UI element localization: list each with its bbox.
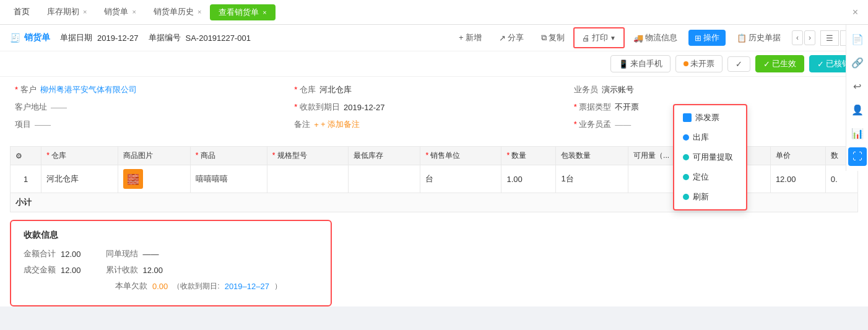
cumulative-value: 12.00	[143, 266, 163, 275]
next-arrow[interactable]: ›	[804, 30, 815, 45]
add-note-button[interactable]: + + 添加备注	[314, 119, 360, 130]
tab-sales-history-close[interactable]: ×	[197, 8, 201, 15]
col-unit-price: 单价	[770, 147, 825, 165]
doc-actions: + 新增 ↗ 分享 ⧉ 复制 🖨 打印 ▼ 🚚	[453, 30, 858, 46]
warehouse-value: 河北仓库	[319, 84, 352, 95]
project-label: 项目	[15, 119, 31, 130]
list-view-btn[interactable]: ☰	[820, 30, 839, 46]
tab-view-sales-close[interactable]: ×	[263, 9, 266, 16]
add-note-label: + 添加备注	[321, 119, 360, 130]
operate-button[interactable]: ⊞ 操作	[688, 30, 726, 46]
not-open-label: 未开票	[690, 58, 714, 69]
invoice-type-label: 票据类型	[574, 102, 612, 113]
tab-home[interactable]: 首页	[5, 0, 38, 25]
invoice-type-value: 不开票	[615, 102, 639, 113]
tab-stock-init-close[interactable]: ×	[83, 8, 87, 15]
logistics-label: 物流信息	[645, 32, 677, 43]
sidebar-expand-icon[interactable]: ⛶	[848, 147, 867, 166]
customer-value[interactable]: 柳州粤港平安气体有限公司	[40, 84, 137, 95]
phone-icon: 📱	[618, 59, 628, 69]
total-value: 12.00	[61, 250, 81, 259]
doc-number-label: 单据编号	[149, 32, 181, 43]
cancel-icon: ✓	[817, 59, 824, 69]
total-item: 金额合计 12.00	[24, 248, 81, 259]
customer-field: 客户 柳州粤港平安气体有限公司	[15, 84, 294, 95]
tab-home-label: 首页	[14, 6, 30, 17]
col-product-img: 商品图片	[118, 147, 191, 165]
from-phone-button[interactable]: 📱 来自手机	[610, 55, 671, 72]
remark-label: 备注	[294, 119, 310, 130]
share-button[interactable]: ↗ 分享	[493, 30, 530, 46]
payment-row-1: 金额合计 12.00 同单现结 ——	[24, 248, 318, 259]
row-min-stock	[348, 165, 420, 193]
due-date-hint: （收款到期日:	[173, 281, 219, 292]
row-package-qty: 1台	[556, 165, 628, 193]
sidebar-chart-icon[interactable]: 📊	[848, 124, 867, 142]
confirm-icon: ✓	[736, 59, 742, 69]
cumulative-item: 累计收款 12.00	[106, 264, 163, 276]
dropdown-item-locate[interactable]: 定位	[674, 167, 746, 187]
confirm-button[interactable]: ✓	[727, 56, 750, 72]
add-invoice-label: 添发票	[695, 112, 719, 123]
not-open-dot	[684, 61, 688, 66]
dropdown-item-available-extract[interactable]: 可用量提取	[674, 147, 746, 167]
tab-view-sales-label: 查看销货单	[219, 7, 259, 18]
print-label: 打印	[592, 32, 608, 43]
row-warehouse: 河北仓库	[41, 165, 118, 193]
not-open-button[interactable]: 未开票	[675, 55, 723, 72]
transaction-label: 成交金额	[24, 264, 56, 276]
tab-sales-order-label: 销货单	[104, 6, 128, 17]
subtotal-label: 小计	[15, 198, 32, 207]
form-row-1: 客户 柳州粤港平安气体有限公司 仓库 河北仓库 业务员 演示账号	[15, 84, 853, 95]
project-field: 项目 ——	[15, 119, 294, 130]
same-order-value: ——	[143, 250, 159, 259]
window-close[interactable]: ×	[848, 7, 863, 17]
locate-label: 定位	[693, 172, 709, 183]
tab-sales-order[interactable]: 销货单 ×	[95, 0, 144, 25]
row-spec	[267, 165, 348, 193]
project-value: ——	[35, 120, 51, 129]
tab-view-sales[interactable]: 查看销货单 ×	[210, 4, 275, 20]
copy-button[interactable]: ⧉ 复制	[535, 30, 571, 46]
remark-field: 备注 + + 添加备注	[294, 119, 573, 130]
refresh-icon	[683, 194, 689, 200]
doc-icon: 🧾	[10, 33, 20, 43]
staff2-value: ——	[615, 120, 631, 129]
prev-arrow[interactable]: ‹	[792, 30, 803, 45]
tab-stock-init[interactable]: 库存期初 ×	[38, 0, 95, 25]
tab-sales-history-label: 销货单历史	[154, 6, 194, 17]
copy-label: 复制	[549, 32, 565, 43]
col-spec: 规格型号	[267, 147, 348, 165]
same-order-label: 同单现结	[106, 248, 138, 259]
effective-button[interactable]: ✓ 已生效	[755, 55, 804, 72]
dropdown-item-add-invoice[interactable]: 添发票	[674, 108, 746, 128]
payment-date-label: 收款到期日	[294, 102, 340, 113]
due-date-value: 2019–12–27	[225, 282, 269, 291]
tab-sales-order-close[interactable]: ×	[132, 8, 136, 15]
share-label: 分享	[508, 32, 524, 43]
print-button[interactable]: 🖨 打印 ▼	[576, 30, 622, 46]
current-due-item: 本单欠款 0.00 （收款到期日: 2019–12–27 ）	[115, 280, 282, 292]
dropdown-item-refresh[interactable]: 刷新	[674, 187, 746, 207]
available-extract-label: 可用量提取	[693, 152, 733, 163]
transaction-item: 成交金额 12.00	[24, 264, 81, 276]
doc-title: 🧾 销货单	[10, 32, 50, 43]
payment-title: 收款信息	[24, 230, 318, 241]
share-icon: ↗	[499, 33, 506, 43]
col-warehouse: 仓库	[41, 147, 118, 165]
doc-date-label: 单据日期	[60, 32, 92, 43]
history-button[interactable]: 📋 历史单据	[731, 30, 787, 46]
sidebar-doc-icon[interactable]: 📄	[848, 30, 867, 48]
row-unit: 台	[420, 165, 501, 193]
logistics-button[interactable]: 🚚 物流信息	[627, 30, 684, 46]
payment-section: 收款信息 金额合计 12.00 同单现结 —— 成交金额 12.00 累计收款	[10, 220, 332, 306]
dropdown-item-outbound[interactable]: 出库	[674, 128, 746, 147]
sidebar-user-icon[interactable]: 👤	[848, 100, 867, 119]
from-phone-label: 来自手机	[630, 58, 662, 69]
new-button[interactable]: + 新增	[453, 30, 488, 46]
sidebar-link-icon[interactable]: 🔗	[848, 53, 867, 72]
history-icon: 📋	[737, 33, 747, 43]
sidebar-refresh-icon[interactable]: ↩	[848, 77, 867, 95]
tab-sales-history[interactable]: 销货单历史 ×	[145, 0, 210, 25]
page-wrapper: 首页 库存期初 × 销货单 × 销货单历史 × 查看销货单 × × 🧾 销货单	[0, 0, 868, 330]
